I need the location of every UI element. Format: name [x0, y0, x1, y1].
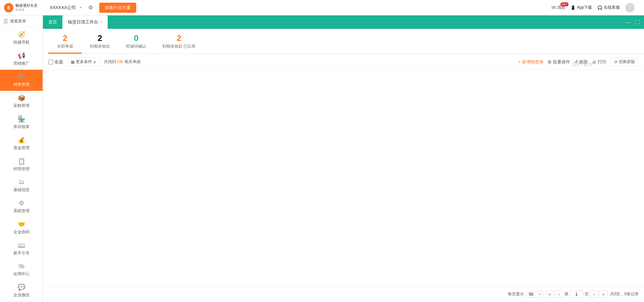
- refresh-icon: ↺: [574, 59, 578, 64]
- sidebar-item-1[interactable]: 📢 营销推广: [0, 49, 43, 70]
- stat-tab-2[interactable]: 0 旺辅待确认: [118, 32, 154, 54]
- per-page-select[interactable]: 50 100 200: [527, 291, 543, 298]
- filter-button[interactable]: ▦ 更多条件 ∨: [67, 57, 100, 66]
- sidebar-label-4: 库存核算: [13, 124, 30, 130]
- chevron-down-icon: ▾: [78, 5, 83, 10]
- found-prefix: 共找到: [104, 59, 116, 64]
- found-suffix: 相关单据: [124, 59, 141, 64]
- tab-minimize-button[interactable]: —: [624, 18, 632, 26]
- batch-operation-button[interactable]: ⊞ 批量操作: [548, 59, 570, 65]
- search-menu-item[interactable]: ☰ 搜索菜单: [0, 15, 43, 27]
- logo-icon: 6: [4, 3, 13, 12]
- stat-number-0: 2: [63, 34, 67, 43]
- sidebar-item-7[interactable]: 🗂 基础信息: [0, 175, 43, 196]
- sidebar-label-10: 新手引导: [13, 250, 30, 256]
- add-sales-order-button[interactable]: + 新增销货单: [518, 59, 544, 65]
- switch-label: 切换新版: [619, 59, 635, 65]
- message-badge: 99+: [560, 2, 568, 6]
- top-header: 6 畅捷通好生意 标准版 XXXXXX公司 ▾ ⚙ 体验行业方案 ✉ 消息 99…: [0, 0, 644, 15]
- sidebar-label-0: 快捷导航: [13, 40, 30, 45]
- sidebar-item-9[interactable]: 🤝 企业协同: [0, 217, 43, 238]
- online-service-button[interactable]: 🎧 在线客服: [597, 5, 620, 10]
- stat-tab-1[interactable]: 2 到期未收款: [82, 32, 118, 54]
- sidebar-item-11[interactable]: 🛍 应用中心: [0, 259, 43, 280]
- sidebar-item-5[interactable]: 💰 资金管理: [0, 133, 43, 154]
- trial-button[interactable]: 体验行业方案: [99, 3, 136, 13]
- batch-label: 批量操作: [553, 59, 570, 65]
- batch-icon: ⊞: [548, 59, 551, 64]
- found-count: 0条: [117, 59, 123, 64]
- stat-label-0: 全部单据: [57, 44, 73, 49]
- sidebar-label-11: 应用中心: [13, 271, 30, 277]
- page-suffix: 页: [585, 291, 589, 297]
- switch-icon: ⟳: [614, 60, 618, 64]
- refresh-button[interactable]: ↺ 刷新: [574, 59, 588, 65]
- sidebar-item-4[interactable]: 🏪 库存核算: [0, 112, 43, 133]
- stat-number-1: 2: [98, 34, 102, 43]
- filter-label: 更多条件: [76, 59, 92, 65]
- header-right: ✉ 消息 99+ 📱 App下载 🎧 在线客服: [551, 3, 640, 12]
- logo-area: 6 畅捷通好生意 标准版: [4, 3, 47, 12]
- sidebar-icon-8: ⚙: [19, 199, 24, 207]
- logo-text-area: 畅捷通好生意 标准版: [15, 3, 38, 12]
- print-label: 打印: [598, 59, 606, 65]
- sidebar-label-3: 采购管理: [13, 103, 30, 109]
- sidebar-icon-11: 🛍: [18, 263, 24, 270]
- sidebar-label-6: 经营管理: [13, 166, 30, 172]
- sidebar-item-3[interactable]: 📦 采购管理: [0, 91, 43, 112]
- sidebar-icon-12: 💬: [18, 284, 25, 291]
- sidebar-label-8: 系统管理: [13, 208, 30, 214]
- sidebar-item-10[interactable]: 📖 新手引导: [0, 238, 43, 259]
- select-all-checkbox[interactable]: 全选: [48, 59, 63, 65]
- sidebar-label-2: 销售管理: [13, 82, 30, 87]
- search-menu-label: 搜索菜单: [10, 18, 26, 24]
- sidebar-item-8[interactable]: ⚙ 系统管理: [0, 196, 43, 217]
- stat-label-2: 旺辅待确认: [126, 44, 146, 49]
- sidebar-item-2[interactable]: 🛒 销售管理: [0, 70, 43, 91]
- stat-number-2: 0: [134, 34, 138, 43]
- total-label: 共0页，0条记录: [610, 291, 639, 297]
- print-button[interactable]: 🖨 打印: [592, 59, 606, 65]
- page-next-button[interactable]: ›: [590, 290, 598, 298]
- switch-new-version-button[interactable]: ⟳ 切换新版: [610, 57, 639, 66]
- message-area[interactable]: ✉ 消息 99+: [551, 4, 565, 11]
- sidebar: ☰ 搜索菜单 🧭 快捷导航 📢 营销推广 🛒 销售管理 📦 采购管理 🏪 库存核…: [0, 15, 43, 302]
- sidebar-icon-4: 🏪: [18, 115, 25, 123]
- message-icon: ✉: [551, 4, 556, 11]
- tab-active-label: 钱货日清工作台: [68, 19, 98, 25]
- data-area: [43, 70, 644, 286]
- page-last-button[interactable]: »: [599, 290, 607, 298]
- stat-tab-3[interactable]: 2 到期未收款 已出库: [154, 32, 204, 54]
- page-label: 第: [565, 291, 569, 297]
- logo-text: 畅捷通好生意: [15, 3, 38, 8]
- tab-active[interactable]: 钱货日清工作台 ×: [62, 15, 108, 29]
- avatar[interactable]: [625, 3, 635, 12]
- tab-home[interactable]: 首页: [43, 15, 62, 29]
- tab-close-icon[interactable]: ×: [100, 20, 102, 24]
- refresh-label: 刷新: [579, 59, 588, 65]
- settings-icon-button[interactable]: ⚙: [86, 3, 95, 12]
- sidebar-icon-9: 🤝: [18, 221, 25, 228]
- app-download-label: App下载: [577, 5, 592, 10]
- select-all-input[interactable]: [48, 60, 53, 64]
- sidebar-item-12[interactable]: 💬 企业微信: [0, 280, 43, 301]
- print-icon: 🖨: [592, 59, 596, 64]
- sidebar-icon-6: 📋: [18, 158, 25, 165]
- sidebar-icon-10: 📖: [18, 242, 25, 249]
- page-first-button[interactable]: «: [546, 290, 554, 298]
- sidebar-item-6[interactable]: 📋 经营管理: [0, 154, 43, 175]
- search-icon: ☰: [3, 18, 8, 24]
- toolbar-right: + 新增销货单 ⊞ 批量操作 ↺ 刷新 🖨 打印 ⟳ 切换新版: [518, 57, 639, 66]
- sidebar-item-0[interactable]: 🧭 快捷导航: [0, 27, 43, 49]
- sidebar-items: 🧭 快捷导航 📢 营销推广 🛒 销售管理 📦 采购管理 🏪 库存核算 💰 资金管…: [0, 27, 43, 302]
- per-page-label: 每页显示: [508, 291, 524, 297]
- page-input[interactable]: [570, 290, 583, 298]
- app-download-button[interactable]: 📱 App下载: [571, 5, 592, 10]
- tab-maximize-button[interactable]: ⛶: [633, 18, 641, 26]
- sidebar-icon-7: 🗂: [18, 179, 24, 186]
- page-prev-button[interactable]: ‹: [555, 290, 563, 298]
- stats-bar: 2 全部单据 2 到期未收款 0 旺辅待确认 2 到期未收款 已出库: [43, 29, 644, 54]
- company-selector[interactable]: XXXXXX公司 ▾: [50, 5, 83, 11]
- stat-label-3: 到期未收款 已出库: [162, 44, 196, 49]
- stat-tab-0[interactable]: 2 全部单据: [48, 32, 82, 54]
